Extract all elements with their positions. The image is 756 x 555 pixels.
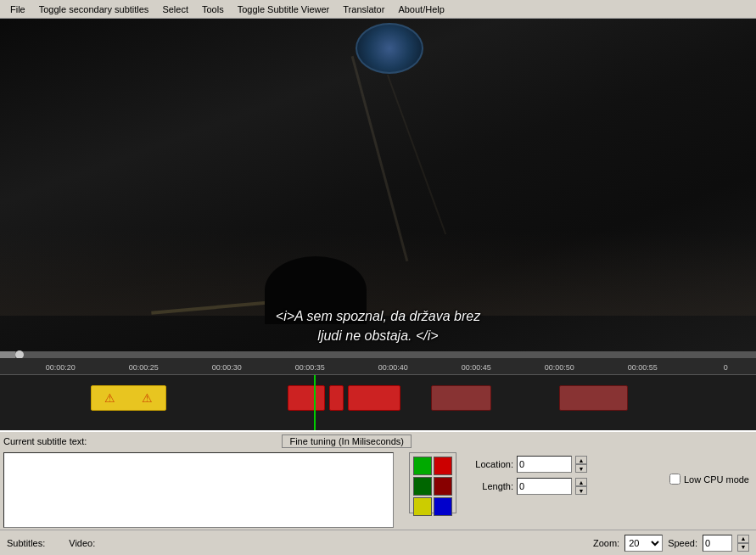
- subtitle-line1: <i>A sem spoznal, da država brez: [0, 307, 756, 326]
- bottom-top-row: Current subtitle text: Fine tuning (In M…: [0, 432, 756, 451]
- menu-about[interactable]: About/Help: [391, 3, 451, 16]
- subtitle-overlay: <i>A sem spoznal, da država brez ljudi n…: [0, 307, 756, 345]
- color-dark-red[interactable]: [434, 477, 452, 496]
- menu-toggle-viewer[interactable]: Toggle Subtitle Viewer: [231, 3, 337, 16]
- color-palette: [409, 452, 456, 513]
- color-red[interactable]: [434, 457, 452, 475]
- subtitle-text-label: Current subtitle text:: [3, 436, 87, 446]
- color-dark-green[interactable]: [413, 477, 432, 496]
- location-label: Location:: [467, 459, 513, 469]
- fine-tuning-label: Fine tuning (In Miliseconds): [282, 434, 412, 448]
- speed-spin-up[interactable]: ▲: [737, 535, 749, 543]
- bottom-main-row: Location: ▲ ▼ Length: ▲ ▼: [0, 451, 756, 530]
- bottom-status-row: Subtitles: Video: Zoom: 20 10 30 50 Spee…: [0, 530, 756, 555]
- color-green[interactable]: [413, 457, 432, 475]
- subtitle-block-5[interactable]: [431, 385, 491, 411]
- warning-icon-2: ⚠: [142, 391, 153, 405]
- video-area: <i>A sem spoznal, da država brez ljudi n…: [0, 19, 756, 358]
- bottom-panel: Current subtitle text: Fine tuning (In M…: [0, 430, 756, 555]
- scene-floor: [0, 231, 756, 316]
- menu-tools[interactable]: Tools: [195, 3, 231, 16]
- location-spin-up[interactable]: ▲: [575, 456, 587, 464]
- length-spin-up[interactable]: ▲: [575, 478, 587, 486]
- menu-toggle-secondary[interactable]: Toggle secondary subtitles: [32, 3, 156, 16]
- scene-decoration: [356, 23, 423, 74]
- time-label-55: 00:00:55: [628, 363, 658, 372]
- timeline-area: 00:00:20 00:00:25 00:00:30 00:00:35 00:0…: [0, 358, 756, 430]
- color-yellow[interactable]: [413, 497, 432, 516]
- time-label-0: 0: [724, 363, 728, 372]
- subtitle-block-2[interactable]: [288, 385, 326, 411]
- subtitle-block-1[interactable]: ⚠ ⚠: [91, 385, 166, 411]
- menu-select[interactable]: Select: [155, 3, 195, 16]
- low-cpu-label: Low CPU mode: [684, 474, 749, 485]
- speed-label: Speed:: [668, 538, 697, 548]
- zoom-speed-container: Zoom: 20 10 30 50 Speed: ▲ ▼: [593, 535, 749, 552]
- cursor-line: [314, 375, 316, 430]
- scene-line2: [387, 75, 446, 235]
- location-row: Location: ▲ ▼: [467, 456, 746, 473]
- video-status-label: Video:: [69, 538, 95, 548]
- progress-bar: [0, 351, 15, 358]
- location-spin-down[interactable]: ▼: [575, 464, 587, 473]
- fine-tuning-panel: Location: ▲ ▼ Length: ▲ ▼: [460, 452, 753, 528]
- length-spinner: ▲ ▼: [575, 478, 587, 495]
- location-input[interactable]: [517, 456, 572, 473]
- subtitle-block-3[interactable]: [329, 385, 344, 411]
- speed-spin-down[interactable]: ▼: [737, 543, 749, 552]
- subtitle-textarea[interactable]: [3, 452, 394, 528]
- subtitles-status-label: Subtitles:: [7, 538, 45, 548]
- menu-translator[interactable]: Translator: [336, 3, 391, 16]
- timeline-ruler: 00:00:20 00:00:25 00:00:30 00:00:35 00:0…: [0, 358, 756, 375]
- progress-thumb[interactable]: [15, 350, 24, 358]
- location-spinner: ▲ ▼: [575, 456, 587, 473]
- time-label-20: 00:00:20: [46, 363, 76, 372]
- speed-input[interactable]: [703, 535, 732, 552]
- length-label: Length:: [467, 481, 513, 491]
- low-cpu-checkbox[interactable]: [669, 474, 680, 485]
- speed-spinner: ▲ ▼: [737, 535, 749, 552]
- zoom-label: Zoom:: [593, 538, 619, 548]
- low-cpu-container: Low CPU mode: [669, 474, 749, 485]
- time-label-25: 00:00:25: [129, 363, 159, 372]
- time-label-45: 00:00:45: [462, 363, 491, 372]
- progress-bar-container[interactable]: [0, 351, 756, 358]
- zoom-select[interactable]: 20 10 30 50: [624, 535, 663, 552]
- menubar: File Toggle secondary subtitles Select T…: [0, 0, 756, 19]
- subtitle-text-panel: [3, 452, 402, 528]
- color-blue[interactable]: [434, 497, 452, 516]
- time-label-40: 00:00:40: [378, 363, 408, 372]
- length-input[interactable]: [517, 478, 572, 495]
- timeline-tracks[interactable]: ⚠ ⚠: [0, 375, 756, 430]
- warning-icon-1: ⚠: [104, 391, 115, 405]
- time-label-50: 00:00:50: [545, 363, 574, 372]
- menu-file[interactable]: File: [3, 3, 32, 16]
- time-label-30: 00:00:30: [212, 363, 242, 372]
- length-spin-down[interactable]: ▼: [575, 486, 587, 495]
- subtitle-line2: ljudi ne obstaja. </i>: [0, 327, 756, 345]
- time-label-35: 00:00:35: [295, 363, 325, 372]
- subtitle-block-4[interactable]: [348, 385, 400, 411]
- subtitle-block-6[interactable]: [559, 385, 627, 411]
